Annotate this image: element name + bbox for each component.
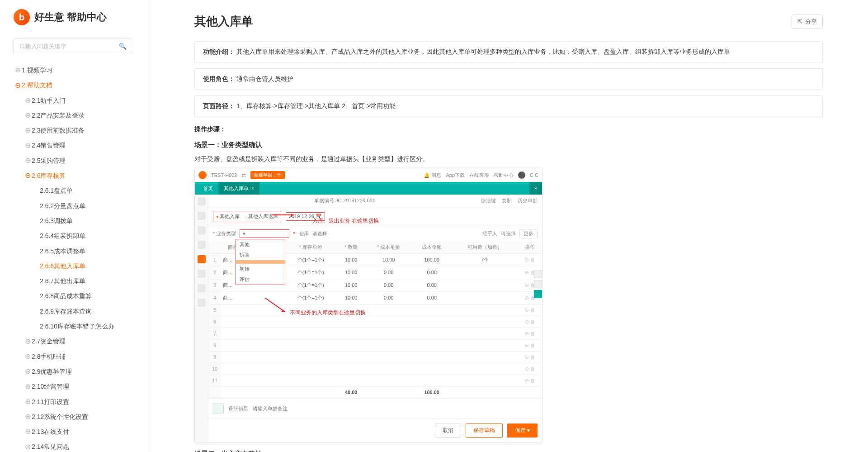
nav-item-2-11[interactable]: 2.11打印设置 [14,394,149,409]
th-ops: 操作 [518,241,542,254]
nav-item-2-13[interactable]: 2.13在线支付 [14,424,149,439]
rail-icon[interactable] [198,226,206,234]
nav-item-2-6-3[interactable]: 2.6.3调拨单 [14,213,149,228]
biz-type-dropdown[interactable]: ▾ [240,229,289,238]
info-intro-label: 功能介绍： [203,48,235,55]
handler-value[interactable]: 请选择 [501,230,516,237]
tool-icon[interactable] [534,280,542,288]
close-icon[interactable]: × [251,186,254,191]
info-role-label: 使用角色： [203,75,235,82]
right-tool-strip [534,270,542,300]
save-draft-button[interactable]: 保存草稿 [466,423,503,438]
quicklink-history[interactable]: 历史单据 [518,198,538,203]
menu-item[interactable]: 拆装 [236,250,285,260]
nav-item-video[interactable]: 1.视频学习 [14,62,149,77]
more-button[interactable]: 更多 [519,229,538,238]
rail-icon-active[interactable] [198,255,206,263]
nav-item-2-6-6[interactable]: 2.6.6其他入库单 [14,258,149,273]
nav-item-2-7[interactable]: 2.7资金管理 [14,333,149,348]
cancel-button[interactable]: 取消 [435,423,461,438]
main-content: 其他入库单 ⇱ 分享 功能介绍：其他入库单用来处理除采购入库、产成品入库之外的其… [149,0,868,452]
switch-tenant-icon[interactable]: ⇄ [241,172,246,178]
plus-icon [24,409,32,424]
nav-item-2-5[interactable]: 2.5采购管理 [14,153,149,168]
table-row-empty[interactable]: 10⊕ 🗑 [208,363,542,375]
nav-item-2-6[interactable]: 2.6库存核算 [14,168,149,183]
top-link-center[interactable]: 帮助中心 [494,172,514,179]
nav-item-2-3[interactable]: 2.3使用前数据准备 [14,123,149,138]
save-button[interactable]: 保存 ▾ [507,423,538,438]
nav-item-2-9[interactable]: 2.9优惠券管理 [14,364,149,379]
nav-item-2-2[interactable]: 2.2产品安装及登录 [14,108,149,123]
nav-item-2-6-7[interactable]: 2.6.7其他出库单 [14,273,149,288]
doc-number-bar: 单据编号 JC-20191226-001 快捷键 复制 历史单据 [208,195,542,207]
handler-label: 经手人 [482,230,497,237]
avatar-icon[interactable] [518,171,525,179]
tool-icon-active[interactable] [534,290,542,298]
scene2-title: 场景二：出入方向确认 [194,450,823,452]
plus-icon [24,138,32,153]
plus-icon [14,63,22,77]
plus-icon [24,93,32,108]
nav-item-2-8[interactable]: 2.8手机旺铺 [14,349,149,364]
plus-icon [24,349,32,364]
tabs-close-icon[interactable]: × [529,182,542,195]
nav-item-2-6-9[interactable]: 2.6.9库存账本查询 [14,304,149,319]
top-link-app[interactable]: App下载 [446,172,465,179]
nav-item-2-4[interactable]: 2.4销售管理 [14,138,149,152]
warehouse-value[interactable]: 请选择 [312,230,327,237]
nav-item-2-6-4[interactable]: 2.6.4组装拆卸单 [14,228,149,243]
table-row-empty[interactable]: 6⊕ 🗑 [208,316,542,328]
nav-item-2-6-5[interactable]: 2.6.5成本调整单 [14,243,149,258]
nav-item-2-6-2[interactable]: 2.6.2分量盘点单 [14,198,149,213]
search-icon[interactable]: 🔍 [119,43,127,50]
rail-icon[interactable] [198,197,206,205]
nav-item-2-1[interactable]: 2.1新手入门 [14,93,149,108]
rail-icon[interactable] [198,241,206,249]
quicklink-keys[interactable]: 快捷键 [481,198,496,203]
nav-tree: 1.视频学习 2.帮助文档 2.1新手入门 2.2产品安装及登录 2.3使用前数… [14,62,149,452]
doc-type-radio[interactable]: 其他入库 其他入库退库 [213,211,281,222]
nav-item-2-10[interactable]: 2.10经营管理 [14,379,149,394]
scene1-text: 对于受赠、盘盈或是拆装入库等不同的业务，是通过单据头【业务类型】进行区分。 [194,153,823,165]
radio-in[interactable]: 其他入库 [216,213,240,220]
menu-item[interactable]: 其他 [236,239,285,250]
table-row[interactable]: 4商…个(1个=1个)10.000.000.00⊕ 🗑 [208,291,542,304]
share-label: 分享 [805,18,817,26]
menu-item[interactable]: 评估 [236,274,285,285]
rail-icon[interactable] [198,270,206,278]
table-row-empty[interactable]: 9⊕ 🗑 [208,351,542,363]
rail-icon[interactable] [198,284,206,292]
table-row-empty[interactable]: 5⊕ 🗑 [208,304,542,316]
remark-input[interactable] [253,406,538,411]
quicklink-copy[interactable]: 复制 [502,198,512,203]
sidebar: b 好生意 帮助中心 🔍 1.视频学习 2.帮助文档 2.1新手入门 2.2产品… [0,0,149,452]
share-icon: ⇱ [797,18,802,25]
new-order-button[interactable]: 新建单据…干 [250,171,285,179]
table-row-empty[interactable]: 7⊕ 🗑 [208,328,542,339]
nav-item-2-6-8[interactable]: 2.6.8商品成本重算 [14,288,149,303]
app-screenshot: TEST-H002 ⇄ 新建单据…干 🔔 消息 App下载 在线客服 帮助中心 … [194,169,542,442]
docno-label: 单据编号 [314,198,334,203]
table-row-empty[interactable]: 8⊕ 🗑 [208,339,542,351]
plus-icon [24,364,32,379]
tab-current[interactable]: 其他入库单× [218,182,259,195]
steps-title: 操作步骤： [194,125,823,133]
search-input[interactable] [14,38,131,54]
menu-item-highlight[interactable] [236,260,285,264]
nav-item-docs[interactable]: 2.帮助文档 [14,77,149,92]
top-link-msg[interactable]: 🔔 消息 [424,172,441,179]
share-button[interactable]: ⇱ 分享 [792,14,823,29]
tab-home[interactable]: 首页 [198,182,218,195]
tool-icon[interactable] [534,270,542,278]
nav-item-2-12[interactable]: 2.12系统个性化设置 [14,409,149,424]
nav-item-2-14[interactable]: 2.14常见问题 [14,439,149,452]
top-link-help[interactable]: 在线客服 [469,172,489,179]
nav-item-2-6-1[interactable]: 2.6.1盘点单 [14,183,149,198]
rail-icon[interactable] [198,212,206,220]
nav-item-2-6-10[interactable]: 2.6.10库存账本错了怎么办 [14,319,149,333]
rail-icon[interactable] [198,299,206,307]
table-row-empty[interactable]: 11⊕ 🗑 [208,375,542,386]
menu-item[interactable]: 初始 [236,264,285,274]
plus-icon [24,123,32,138]
